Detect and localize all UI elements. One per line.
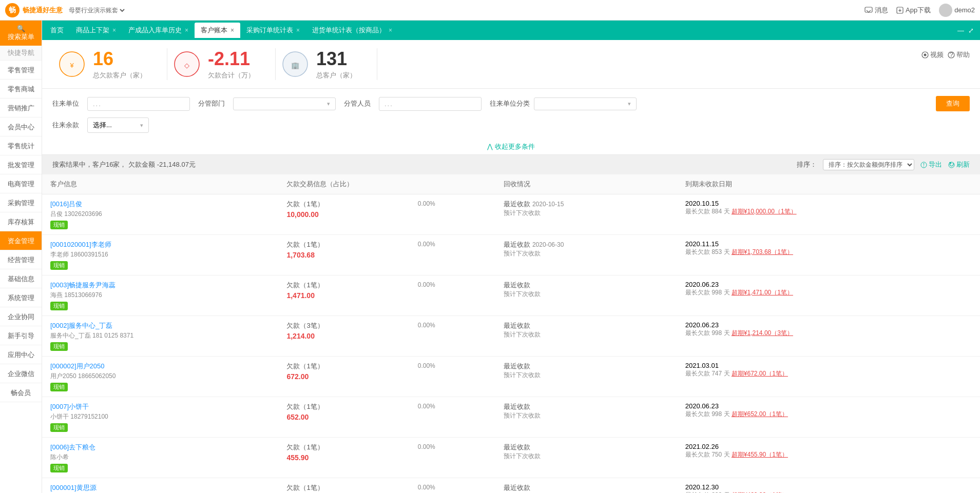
stat-actions: 视频 ? 帮助 [921, 48, 970, 80]
chevron-down-icon-balance: ▾ [140, 122, 143, 129]
sort-select[interactable]: 排序：按欠款金额倒序排序 [823, 159, 914, 170]
svg-point-9 [924, 54, 927, 56]
sidebar-item-weixin[interactable]: 企业微信 [0, 364, 42, 383]
sidebar-item-apps[interactable]: 应用中心 [0, 345, 42, 364]
stat-card-customers-owed: ¥ 16 总欠款客户（家） [52, 48, 167, 80]
stat-number-2: -2.11 [208, 48, 255, 70]
cell-percent-4: 0.00% [406, 357, 496, 397]
overdue-link-4[interactable]: 超期¥672.00（1笔） [732, 370, 788, 377]
filter-row-1: 往来单位 ... 分管部门 ▾ [52, 96, 970, 111]
customer-link-7[interactable]: [000001]黄思源 [50, 484, 97, 491]
export-btn[interactable]: ↑ 导出 [920, 160, 942, 169]
cell-customer-3: [0002]服务中心_丁磊 服务中心_丁磊 181 0125 8371 现销 [42, 316, 278, 357]
sidebar-item-members[interactable]: 会员中心 [0, 117, 42, 136]
tab-purchase-product-stats[interactable]: 进货单统计表（按商品） × [306, 23, 398, 38]
cell-collection-6: 最近收款 预计下次收款 [495, 438, 677, 478]
industry-select[interactable]: 母婴行业演示账套 [67, 6, 126, 14]
filter-item-category: 往来单位分类 ▾ [490, 97, 637, 110]
tab-purchase-stats[interactable]: 采购订单统计表 × [240, 23, 306, 38]
sidebar-item-system[interactable]: 系统管理 [0, 288, 42, 307]
tab-close-4[interactable]: × [296, 27, 300, 34]
overdue-link-2[interactable]: 超期¥1,471.00（1笔） [732, 289, 793, 296]
svg-text:↻: ↻ [949, 162, 954, 168]
refresh-btn[interactable]: ↻ 刷新 [948, 160, 970, 169]
sidebar-item-inventory[interactable]: 库存核算 [0, 212, 42, 231]
cell-customer-6: [0006]去下粮仓 陈小希 现销 [42, 438, 278, 478]
stat-number-1: 16 [93, 48, 146, 70]
view-btn[interactable]: 视频 [921, 50, 944, 60]
badge-0: 现销 [50, 221, 68, 229]
tab-product-listing[interactable]: 商品上下架 × [70, 23, 122, 38]
sidebar-item-marketing[interactable]: 营销推广 [0, 98, 42, 117]
sidebar-item-retail-stats[interactable]: 零售统计 [0, 136, 42, 155]
sidebar-item-newbie[interactable]: 新手引导 [0, 326, 42, 345]
overdue-link-1[interactable]: 超期¥1,703.68（1笔） [732, 248, 793, 255]
cell-due-6: 2021.02.26 最长欠款 750 天 超期¥455.90（1笔） [677, 438, 980, 478]
sidebar-item-finance[interactable]: 资金管理 [0, 231, 42, 250]
customer-link-6[interactable]: [0006]去下粮仓 [50, 443, 95, 451]
main-layout: 🔍 搜索菜单 快捷导航 零售管理 零售商城 营销推广 会员中心 零售统计 批发管… [0, 21, 980, 493]
filter-select-dept[interactable]: ▾ [233, 97, 336, 110]
message-btn[interactable]: 消息 [864, 6, 888, 15]
sidebar-item-retail-mgmt[interactable]: 零售管理 [0, 61, 42, 80]
filter-input-person[interactable]: ... [379, 97, 482, 111]
sort-label: 排序： [797, 160, 817, 169]
cell-due-0: 2020.10.15 最长欠款 884 天 超期¥10,000.00（1笔） [677, 194, 980, 235]
avatar [939, 4, 952, 17]
cell-percent-3: 0.00% [406, 316, 496, 357]
tab-close-2[interactable]: × [185, 27, 188, 34]
customer-link-5[interactable]: [0007]小饼干 [50, 403, 89, 410]
filter-select-category[interactable]: ▾ [534, 97, 637, 110]
filter-label-unit: 往来单位 [52, 99, 83, 108]
tab-minimize-icon[interactable]: — [957, 27, 964, 34]
customer-link-2[interactable]: [0003]畅捷服务尹海蕊 [50, 281, 116, 289]
filter-select-balance[interactable]: 选择... ▾ [87, 117, 149, 133]
sidebar-item-wholesale[interactable]: 批发管理 [0, 155, 42, 174]
overdue-link-3[interactable]: 超期¥1,214.00（3笔） [732, 329, 793, 337]
customer-link-1[interactable]: [0001020001]李老师 [50, 241, 111, 248]
sidebar-item-enterprise[interactable]: 企业协同 [0, 307, 42, 326]
sidebar-item-ops[interactable]: 经营管理 [0, 250, 42, 269]
help-btn[interactable]: ? 帮助 [948, 50, 970, 60]
sidebar-item-retail-mall[interactable]: 零售商城 [0, 80, 42, 98]
sidebar-item-basic-info[interactable]: 基础信息 [0, 269, 42, 288]
stat-label-3: 总客户（家） [316, 71, 356, 80]
user-menu[interactable]: demo2 [939, 4, 975, 17]
tab-bar-right: — ⤢ [953, 27, 978, 34]
stat-card-debt-total: ◇ -2.11 欠款合计（万） [167, 48, 276, 80]
sidebar-item-purchase[interactable]: 采购管理 [0, 193, 42, 212]
cell-collection-4: 最近收款 预计下次收款 [495, 357, 677, 397]
sidebar-item-changhui[interactable]: 畅会员 [0, 383, 42, 402]
cell-debt-7: 欠款（1笔） 429.00 [278, 478, 405, 494]
customer-link-4[interactable]: [000002]用户2050 [50, 362, 105, 370]
tab-close-3[interactable]: × [230, 27, 234, 34]
cell-percent-0: 0.00% [406, 194, 496, 235]
table-row: [0003]畅捷服务尹海蕊 海燕 18513066976 现销 欠款（1笔） 1… [42, 275, 980, 316]
customer-link-0[interactable]: [0016]吕俊 [50, 200, 82, 208]
tab-close-1[interactable]: × [112, 27, 116, 34]
app-download-btn[interactable]: App下载 [896, 6, 931, 15]
filter-label-balance: 往来余款 [52, 121, 83, 130]
tab-home[interactable]: 首页 [44, 23, 70, 38]
sidebar-item-ecommerce[interactable]: 电商管理 [0, 174, 42, 193]
tab-production-history[interactable]: 产成品入库单历史 × [122, 23, 195, 38]
cell-due-5: 2020.06.23 最长欠款 998 天 超期¥652.00（1笔） [677, 397, 980, 438]
cell-due-7: 2020.12.30 最长欠款 808 天 超期¥429.00（1笔） [677, 478, 980, 494]
tab-bar: 首页 商品上下架 × 产成品入库单历史 × 客户账本 × 采购订单统计表 × 进… [42, 21, 980, 40]
overdue-link-0[interactable]: 超期¥10,000.00（1笔） [732, 208, 797, 215]
filter-input-unit[interactable]: ... [87, 97, 190, 111]
svg-text:¥: ¥ [69, 62, 74, 69]
tab-expand-icon[interactable]: ⤢ [968, 27, 974, 34]
chevron-down-icon-dept: ▾ [327, 101, 330, 107]
tab-customer-ledger[interactable]: 客户账本 × [195, 23, 240, 38]
svg-text:🏢: 🏢 [291, 61, 300, 70]
tab-close-5[interactable]: × [389, 27, 392, 34]
customer-link-3[interactable]: [0002]服务中心_丁磊 [50, 322, 112, 329]
overdue-link-5[interactable]: 超期¥652.00（1笔） [732, 410, 788, 418]
collapse-row[interactable]: ⋀ 收起更多条件 [52, 139, 970, 154]
sidebar-search[interactable]: 🔍 搜索菜单 [0, 21, 42, 46]
overdue-link-6[interactable]: 超期¥455.90（1笔） [732, 451, 788, 458]
stats-row: ¥ 16 总欠款客户（家） ◇ [42, 40, 980, 89]
badge-2: 现销 [50, 302, 68, 310]
search-button[interactable]: 查询 [936, 96, 970, 111]
